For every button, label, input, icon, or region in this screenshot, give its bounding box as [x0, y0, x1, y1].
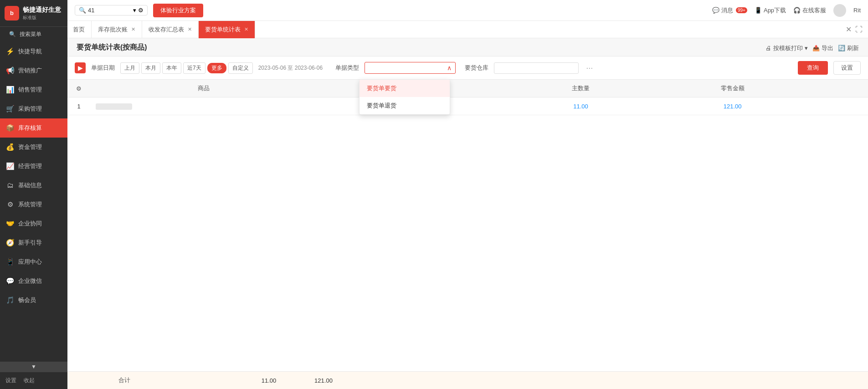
export-label: 导出 — [822, 44, 833, 52]
nav-label-cooperation: 企业协同 — [18, 220, 42, 228]
topbar-dropdown-icon[interactable]: ▾ — [133, 7, 136, 14]
sidebar-scroll-down[interactable]: ▼ — [0, 362, 67, 372]
tab-label-summary: 收发存汇总表 — [149, 26, 184, 34]
dropdown-item-requisition[interactable]: 要货单要货 — [360, 80, 450, 97]
sidebar-item-purchase[interactable]: 🛒 采购管理 — [0, 99, 67, 118]
sidebar-item-operation[interactable]: 📈 经营管理 — [0, 157, 67, 176]
settings-btn[interactable]: 设置 — [833, 61, 861, 75]
date-label: 单据日期 — [91, 64, 115, 72]
weixin-icon: 💬 — [5, 276, 15, 286]
tab-label-batch: 库存批次账 — [98, 26, 128, 34]
date-btn-custom[interactable]: 自定义 — [228, 62, 253, 74]
filter-bar: ▶ 单据日期 上月 本月 本年 近7天 更多 自定义 2023-05-06 至 … — [67, 56, 868, 80]
print-icon: 🖨 — [765, 45, 771, 51]
type-input[interactable] — [369, 65, 447, 72]
date-btn-more[interactable]: 更多 — [207, 63, 226, 73]
type-dropdown: 要货单要货 要货单退货 — [359, 79, 450, 115]
industry-btn[interactable]: 体验行业方案 — [153, 4, 203, 17]
app-icon: 📱 — [755, 7, 762, 14]
dropdown-item-return[interactable]: 要货单退货 — [360, 97, 450, 114]
tab-label-home: 首页 — [73, 26, 85, 34]
message-item[interactable]: 💬 消息 99+ — [712, 6, 747, 15]
headset-icon: 🎧 — [793, 7, 801, 14]
nav-label-guide: 新手引导 — [18, 239, 42, 247]
topbar-search-wrap[interactable]: 🔍 ▾ ⚙ — [75, 5, 148, 15]
member-icon: 🎵 — [5, 296, 15, 305]
tab-requisition[interactable]: 要货单统计表✕ — [199, 21, 255, 38]
topbar-left: 🔍 ▾ ⚙ 体验行业方案 — [75, 4, 203, 17]
date-btn-this-year[interactable]: 本年 — [162, 62, 181, 74]
sidebar-item-appstore[interactable]: 📱 应用中心 — [0, 252, 67, 271]
table-row: 1 块 11.00 121.00 — [67, 97, 868, 115]
sidebar-collapse[interactable]: 收起 — [24, 377, 35, 384]
cooperation-icon: 🤝 — [5, 219, 15, 228]
sidebar-search[interactable]: 🔍 搜索菜单 — [0, 27, 67, 42]
topbar-search-input[interactable] — [88, 7, 131, 14]
sidebar-item-cooperation[interactable]: 🤝 企业协同 — [0, 214, 67, 233]
more-filters-icon[interactable]: ··· — [586, 63, 593, 73]
sidebar-item-guide[interactable]: 🧭 新手引导 — [0, 233, 67, 252]
col-index: ⚙ — [67, 80, 90, 97]
tab-home[interactable]: 首页 — [73, 21, 92, 38]
filter-expand-btn[interactable]: ▶ — [75, 62, 86, 73]
date-btn-7days[interactable]: 近7天 — [183, 62, 205, 74]
nav-label-system: 系统管理 — [18, 200, 42, 209]
sidebar-item-sales[interactable]: 📊 销售管理 — [0, 80, 67, 99]
tab-close-batch[interactable]: ✕ — [131, 26, 135, 32]
nav-label-member: 畅会员 — [18, 296, 36, 304]
app-subtitle: 标准版 — [23, 15, 61, 21]
app-download-label: App下载 — [764, 6, 786, 15]
sidebar-item-system[interactable]: ⚙ 系统管理 — [0, 195, 67, 214]
cell-amount-0: 121.00 — [650, 97, 816, 115]
sidebar-nav: ⚡ 快捷导航 📢 营销推广 📊 销售管理 🛒 采购管理 📦 库存核算 💰 资金管… — [0, 42, 67, 362]
tab-close-summary[interactable]: ✕ — [188, 26, 192, 32]
print-btn[interactable]: 🖨 按模板打印 ▾ — [765, 44, 808, 52]
tab-label-requisition: 要货单统计表 — [205, 26, 241, 34]
message-icon: 💬 — [712, 7, 719, 14]
tab-close-requisition[interactable]: ✕ — [244, 26, 248, 32]
tab-batch[interactable]: 库存批次账✕ — [92, 21, 142, 38]
sidebar-logo: b 畅捷通好生意 标准版 — [0, 0, 67, 27]
sidebar-item-base[interactable]: 🗂 基础信息 — [0, 176, 67, 195]
tab-maximize-icon[interactable]: ⛶ — [855, 26, 863, 34]
nav-label-sales: 销售管理 — [18, 86, 42, 94]
sidebar-item-marketing[interactable]: 📢 营销推广 — [0, 61, 67, 80]
table-wrap: ⚙ 商品 主计量单位 主数量 零售金额 1 块 11.00 121.00 — [67, 80, 868, 371]
sidebar-item-quick-nav[interactable]: ⚡ 快捷导航 — [0, 42, 67, 61]
online-service-label: 在线客服 — [802, 6, 826, 15]
tab-close-all-icon[interactable]: ✕ — [846, 25, 852, 34]
online-service-item[interactable]: 🎧 在线客服 — [793, 6, 826, 15]
topbar-right: 💬 消息 99+ 📱 App下载 🎧 在线客服 Rit — [712, 4, 861, 17]
user-avatar[interactable] — [833, 4, 846, 17]
date-btn-this-month[interactable]: 本月 — [141, 62, 160, 74]
base-icon: 🗂 — [5, 181, 15, 190]
sidebar-item-weixin[interactable]: 💬 企业微信 — [0, 271, 67, 291]
product-placeholder-0 — [96, 103, 132, 110]
tabbar: 首页库存批次账✕收发存汇总表✕要货单统计表✕ ✕ ⛶ — [67, 21, 868, 38]
export-btn[interactable]: 📤 导出 — [812, 44, 833, 52]
refresh-btn[interactable]: 🔄 刷新 — [838, 44, 859, 52]
type-input-wrap[interactable]: ∧ — [365, 62, 456, 74]
user-name: Rit — [853, 7, 861, 14]
app-logo-icon: b — [5, 6, 19, 20]
app-download-item[interactable]: 📱 App下载 — [755, 6, 786, 15]
app-title: 畅捷通好生意 — [23, 5, 61, 15]
sidebar-settings[interactable]: 设置 — [5, 377, 16, 384]
app-logo-text: 畅捷通好生意 标准版 — [23, 5, 61, 21]
inventory-icon: 📦 — [5, 123, 15, 133]
warehouse-input[interactable] — [494, 62, 579, 74]
refresh-icon: 🔄 — [838, 45, 845, 51]
print-dropdown-icon[interactable]: ▾ — [805, 45, 808, 51]
sidebar-item-member[interactable]: 🎵 畅会员 — [0, 291, 67, 310]
sidebar-item-finance[interactable]: 💰 资金管理 — [0, 138, 67, 157]
date-btn-last-month[interactable]: 上月 — [120, 62, 139, 74]
topbar-settings-icon[interactable]: ⚙ — [138, 7, 144, 14]
sidebar-item-inventory[interactable]: 📦 库存核算 — [0, 118, 67, 138]
tab-summary[interactable]: 收发存汇总表✕ — [142, 21, 199, 38]
nav-label-finance: 资金管理 — [18, 143, 42, 151]
query-btn[interactable]: 查询 — [798, 61, 828, 75]
type-dropdown-icon[interactable]: ∧ — [447, 64, 452, 72]
gear-icon[interactable]: ⚙ — [76, 85, 82, 92]
quick-nav-icon: ⚡ — [5, 47, 15, 56]
nav-label-base: 基础信息 — [18, 181, 42, 189]
